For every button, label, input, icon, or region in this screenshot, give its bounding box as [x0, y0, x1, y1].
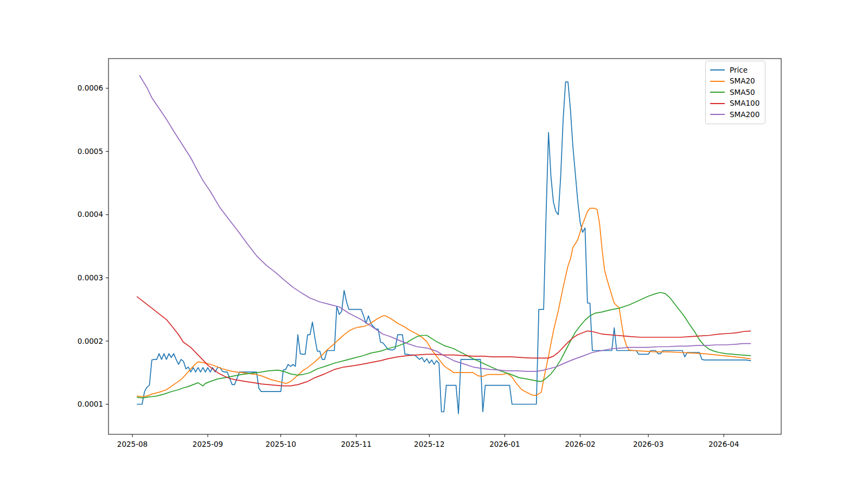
legend-item-label: SMA100 — [730, 100, 760, 107]
x-tick-label: 2025-12 — [414, 440, 444, 448]
x-tick-label: 2025-08 — [117, 440, 148, 448]
chart-legend: PriceSMA20SMA50SMA100SMA200 — [705, 61, 765, 124]
x-tick-label: 2026-02 — [565, 440, 595, 448]
y-tick-label: 0.0002 — [78, 337, 103, 345]
x-tick-label: 2025-09 — [193, 440, 223, 448]
series-line-sma200 — [139, 76, 750, 371]
x-tick-label: 2025-11 — [341, 440, 371, 448]
legend-item-price: Price — [710, 65, 760, 76]
legend-item-sma100: SMA100 — [710, 98, 760, 110]
legend-line-swatch — [710, 92, 725, 93]
series-line-price — [137, 82, 751, 414]
y-tick-label: 0.0004 — [78, 210, 103, 219]
legend-item-label: SMA200 — [730, 111, 760, 119]
legend-line-swatch — [710, 81, 725, 82]
legend-item-label: SMA20 — [730, 78, 755, 85]
x-tick-label: 2025-10 — [265, 440, 296, 448]
legend-item-label: Price — [730, 67, 748, 74]
legend-line-swatch — [710, 103, 725, 104]
legend-item-label: SMA50 — [730, 89, 755, 97]
plot-frame — [108, 59, 781, 434]
legend-item-sma20: SMA20 — [710, 76, 760, 87]
legend-item-sma200: SMA200 — [710, 109, 760, 120]
x-tick-label: 2026-03 — [633, 440, 663, 448]
y-tick-label: 0.0003 — [78, 273, 103, 282]
y-tick-label: 0.0001 — [78, 400, 103, 408]
x-tick-label: 2026-04 — [709, 440, 739, 448]
series-line-sma20 — [137, 208, 751, 396]
figure-canvas: 2025-082025-092025-102025-112025-122026-… — [0, 0, 868, 488]
legend-line-swatch — [710, 114, 725, 115]
y-tick-label: 0.0006 — [78, 84, 103, 92]
y-tick-label: 0.0005 — [78, 147, 103, 156]
x-tick-label: 2026-01 — [489, 440, 520, 448]
legend-line-swatch — [710, 69, 725, 70]
series-line-sma50 — [137, 292, 751, 398]
legend-item-sma50: SMA50 — [710, 87, 760, 98]
series-line-sma100 — [137, 297, 751, 386]
